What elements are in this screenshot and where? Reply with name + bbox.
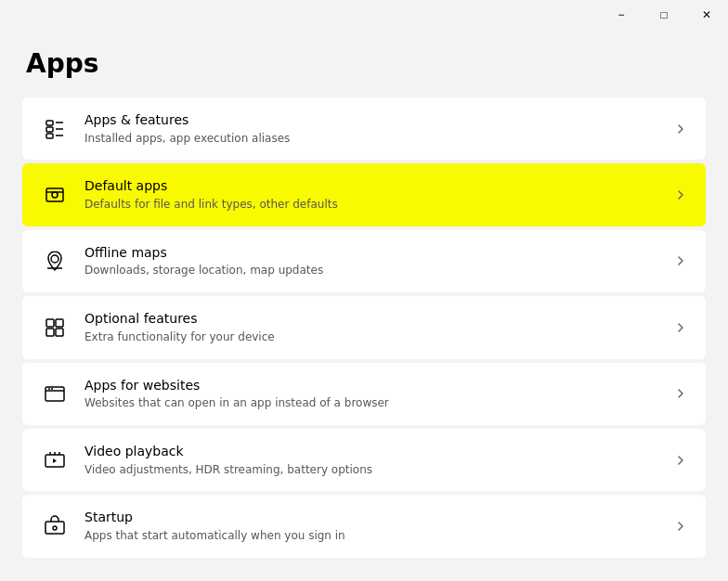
default-apps-icon (38, 178, 72, 212)
svg-rect-1 (46, 127, 53, 132)
main-content: Apps Apps & features Installed a (0, 30, 728, 581)
title-bar-buttons: − □ ✕ (600, 0, 728, 30)
close-button[interactable]: ✕ (685, 0, 728, 30)
svg-rect-0 (46, 121, 53, 125)
video-playback-icon (38, 444, 72, 477)
apps-features-text: Apps & features Installed apps, app exec… (84, 111, 671, 146)
optional-features-icon (38, 311, 72, 344)
apps-websites-icon (38, 377, 72, 410)
offline-maps-subtitle: Downloads, storage location, map updates (84, 263, 671, 278)
video-playback-subtitle: Video adjustments, HDR streaming, batter… (84, 462, 671, 478)
video-playback-text: Video playback Video adjustments, HDR st… (84, 443, 671, 477)
settings-item-startup[interactable]: Startup Apps that start automatically wh… (22, 495, 706, 557)
svg-point-7 (52, 192, 58, 198)
apps-features-chevron (671, 120, 690, 138)
default-apps-chevron (671, 186, 690, 204)
offline-maps-text: Offline maps Downloads, storage location… (84, 244, 671, 278)
settings-item-apps-websites[interactable]: Apps for websites Websites that can open… (22, 363, 706, 425)
settings-window: − □ ✕ Apps App (0, 0, 728, 581)
optional-features-text: Optional features Extra functionality fo… (84, 310, 671, 344)
settings-item-apps-features[interactable]: Apps & features Installed apps, app exec… (22, 97, 706, 160)
optional-features-title: Optional features (84, 310, 671, 329)
default-apps-text: Default apps Defaults for file and link … (84, 177, 671, 212)
startup-subtitle: Apps that start automatically when you s… (84, 528, 671, 544)
apps-websites-title: Apps for websites (84, 377, 671, 395)
settings-item-optional-features[interactable]: Optional features Extra functionality fo… (22, 296, 706, 358)
svg-rect-13 (46, 329, 54, 336)
offline-maps-icon (38, 244, 72, 278)
svg-rect-12 (56, 319, 63, 327)
maximize-button[interactable]: □ (643, 0, 685, 30)
startup-chevron (671, 517, 690, 536)
apps-websites-subtitle: Websites that can open in an app instead… (84, 395, 671, 411)
apps-features-icon (38, 112, 72, 146)
settings-item-video-playback[interactable]: Video playback Video adjustments, HDR st… (22, 429, 706, 491)
video-playback-chevron (671, 451, 690, 470)
svg-rect-14 (56, 329, 63, 336)
svg-rect-6 (46, 188, 63, 201)
default-apps-subtitle: Defaults for file and link types, other … (84, 197, 671, 213)
apps-websites-text: Apps for websites Websites that can open… (84, 377, 671, 411)
settings-item-default-apps[interactable]: Default apps Defaults for file and link … (22, 163, 706, 226)
offline-maps-chevron (671, 252, 690, 270)
apps-websites-chevron (671, 384, 690, 403)
video-playback-title: Video playback (84, 443, 671, 461)
default-apps-title: Default apps (84, 177, 671, 196)
svg-point-24 (53, 526, 57, 530)
optional-features-chevron (671, 318, 690, 337)
apps-features-subtitle: Installed apps, app execution aliases (84, 131, 671, 147)
optional-features-subtitle: Extra functionality for your device (84, 329, 671, 345)
svg-point-9 (51, 255, 58, 263)
minimize-button[interactable]: − (600, 0, 643, 30)
settings-item-offline-maps[interactable]: Offline maps Downloads, storage location… (22, 230, 706, 292)
title-bar: − □ ✕ (0, 0, 728, 30)
svg-rect-15 (46, 387, 64, 401)
svg-rect-2 (46, 134, 53, 138)
startup-title: Startup (84, 509, 671, 527)
settings-list: Apps & features Installed apps, app exec… (22, 97, 706, 558)
svg-rect-11 (46, 319, 54, 327)
page-title: Apps (26, 48, 706, 79)
offline-maps-title: Offline maps (84, 244, 671, 263)
apps-features-title: Apps & features (84, 111, 671, 130)
svg-rect-23 (46, 522, 64, 534)
startup-text: Startup Apps that start automatically wh… (84, 509, 671, 543)
startup-icon (38, 510, 72, 543)
